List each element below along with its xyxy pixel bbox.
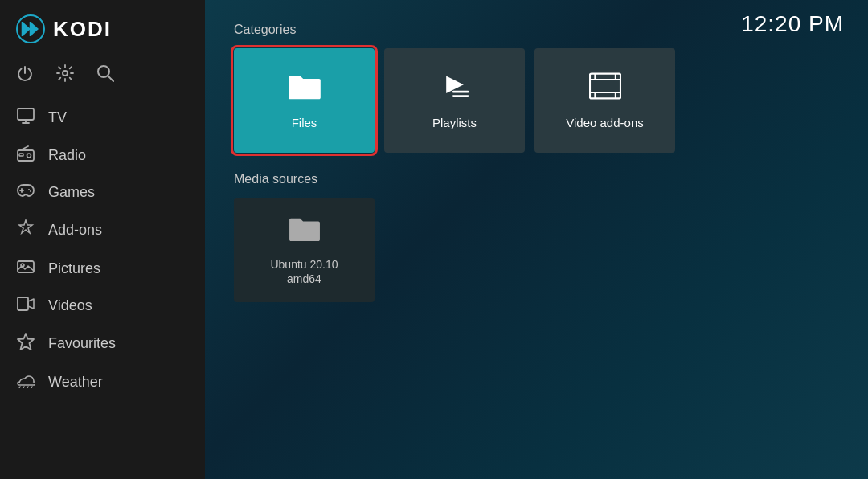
svg-line-22	[19, 387, 20, 388]
sidebar-controls	[0, 58, 205, 99]
tile-playlists-label: Playlists	[432, 116, 477, 129]
svg-rect-8	[18, 108, 34, 120]
sidebar-item-addons-label: Add-ons	[48, 222, 102, 239]
sidebar-item-favourites-label: Favourites	[48, 335, 116, 352]
categories-section: Categories Files	[234, 23, 839, 153]
sidebar-item-games-label: Games	[48, 184, 95, 201]
svg-point-17	[30, 190, 31, 192]
svg-point-5	[63, 71, 68, 76]
media-sources-section: Media sources Ubuntu 20.10 amd64	[234, 172, 839, 302]
media-sources-grid: Ubuntu 20.10 amd64	[234, 198, 839, 302]
sidebar-item-tv[interactable]: TV	[0, 99, 205, 137]
tile-playlists[interactable]: Playlists	[384, 48, 525, 153]
app-name: KODI	[53, 17, 112, 42]
main-content: 12:20 PM Categories Files	[205, 0, 868, 479]
svg-marker-26	[446, 76, 464, 93]
tv-icon	[16, 108, 35, 128]
tile-video-addons-label: Video add-ons	[566, 116, 643, 129]
sidebar-item-tv-label: TV	[48, 109, 67, 126]
sidebar-item-weather-label: Weather	[48, 374, 103, 391]
folder-icon	[287, 72, 322, 108]
folder-dark-icon	[287, 214, 322, 249]
videos-icon	[16, 297, 35, 315]
settings-icon[interactable]	[56, 64, 74, 86]
svg-marker-21	[18, 334, 34, 350]
sidebar-item-pictures[interactable]: Pictures	[0, 250, 205, 288]
app-header: KODI	[0, 0, 205, 58]
tile-files[interactable]: Files	[234, 48, 375, 153]
time-display: 12:20 PM	[741, 11, 844, 37]
sidebar-item-videos[interactable]: Videos	[0, 288, 205, 324]
sidebar-nav: TV Radio	[0, 99, 205, 479]
svg-line-25	[31, 387, 32, 388]
svg-marker-2	[31, 22, 39, 36]
sidebar-item-favourites[interactable]: Favourites	[0, 324, 205, 363]
sidebar-item-addons[interactable]: Add-ons	[0, 211, 205, 250]
favourites-icon	[16, 333, 35, 354]
pictures-icon	[16, 259, 35, 279]
svg-line-24	[27, 387, 28, 388]
radio-icon	[16, 145, 35, 166]
media-sources-label: Media sources	[234, 172, 839, 186]
kodi-logo-icon	[16, 14, 45, 43]
svg-marker-1	[23, 22, 31, 36]
sidebar-item-radio-label: Radio	[48, 147, 86, 164]
sidebar: KODI	[0, 0, 205, 479]
sidebar-item-weather[interactable]: Weather	[0, 363, 205, 401]
svg-point-16	[28, 189, 30, 190]
svg-rect-13	[19, 154, 23, 156]
sidebar-item-games[interactable]: Games	[0, 174, 205, 211]
sidebar-item-pictures-label: Pictures	[48, 260, 100, 277]
film-icon	[589, 72, 621, 108]
tile-video-addons[interactable]: Video add-ons	[534, 48, 675, 153]
sidebar-item-videos-label: Videos	[48, 297, 92, 314]
addons-icon	[16, 219, 35, 241]
svg-line-23	[23, 387, 24, 388]
tile-ubuntu[interactable]: Ubuntu 20.10 amd64	[234, 198, 375, 302]
weather-icon	[16, 372, 35, 392]
tile-ubuntu-label: Ubuntu 20.10 amd64	[270, 257, 338, 286]
svg-line-7	[108, 76, 114, 82]
tile-files-label: Files	[292, 116, 317, 129]
svg-point-12	[27, 154, 31, 158]
power-icon[interactable]	[16, 64, 34, 86]
search-icon[interactable]	[96, 64, 114, 86]
svg-rect-20	[18, 297, 28, 310]
categories-grid: Files Playlists	[234, 48, 839, 153]
sidebar-item-radio[interactable]: Radio	[0, 137, 205, 174]
games-icon	[16, 183, 35, 202]
playlist-icon	[440, 72, 469, 108]
